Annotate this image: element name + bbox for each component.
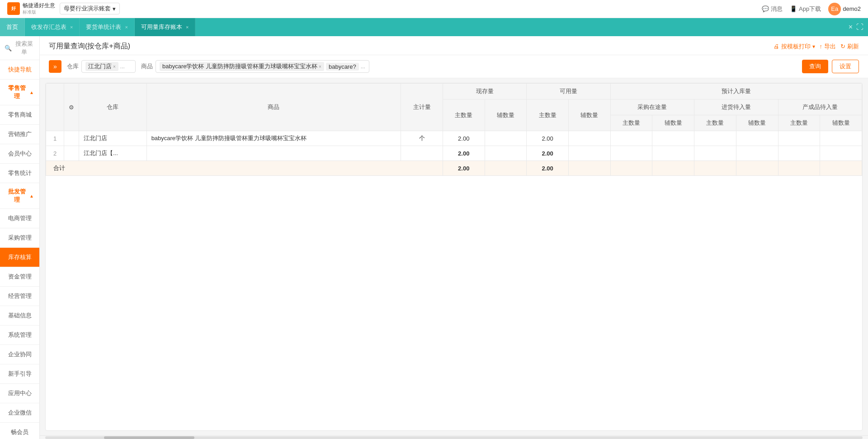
warehouse-tag-close[interactable]: × [113,64,116,69]
th-available-group: 可用量 [527,84,610,99]
th-product: 商品 [146,84,401,131]
th-row-num [46,84,64,131]
warehouse-filter-label: 仓库 [67,62,79,71]
sidebar-item-inventory[interactable]: 库存核算 [0,248,39,267]
sidebar-item-retail-stats[interactable]: 零售统计 [0,164,39,183]
refresh-label: 刷新 [847,42,859,51]
row-1-product: babycare学饮杯 儿童防摔防撞吸管杯重力球吸嘴杯宝宝水杯 [146,131,401,146]
th-product-pend-main: 主数量 [778,115,820,131]
ecommerce-label: 电商管理 [8,214,32,222]
sidebar-item-enterprise-wechat[interactable]: 企业微信 [0,403,39,423]
sidebar-item-wholesale-mgmt[interactable]: 批发管理 ▲ [0,183,39,209]
th-settings[interactable]: ⚙ [64,84,79,131]
th-purchase-pending: 进货待入量 [694,99,778,115]
chevron-up-icon2: ▲ [29,194,34,198]
page-title: 可用量查询(按仓库+商品) [49,42,130,51]
sidebar-item-finance[interactable]: 资金管理 [0,267,39,287]
sidebar-quick-nav[interactable]: 快捷导航 [0,60,39,80]
sidebar-search[interactable]: 🔍 搜索菜单 [0,36,39,60]
tab-home[interactable]: 首页 [0,18,25,36]
product-tag-1-close[interactable]: × [319,64,321,69]
row-2-stock-sub [485,146,527,161]
tab-order-stats-close[interactable]: × [125,24,127,30]
nav-tab-actions: × ⛶ [844,18,868,36]
sidebar-item-business[interactable]: 经营管理 [0,287,39,306]
sidebar-item-ecommerce[interactable]: 电商管理 [0,209,39,228]
sidebar-item-enterprise-collab[interactable]: 企业协同 [0,345,39,364]
warehouse-ellipsis[interactable]: ... [120,63,125,70]
footer-pur-pend-main [694,161,736,176]
tab-income-expense-close[interactable]: × [70,24,73,30]
tab-order-stats-label: 要货单统计表 [86,23,121,31]
app-download-btn[interactable]: 📱 App下载 [790,5,821,13]
quick-nav-label: 快捷导航 [8,66,32,74]
user-area[interactable]: Ea demo2 [828,3,861,15]
tab-spacer [195,18,844,36]
row-1-pur-in-main [610,131,652,146]
row-1-prod-pend-sub [820,131,862,146]
sidebar-item-purchase[interactable]: 采购管理 [0,228,39,248]
wholesale-mgmt-label: 批发管理 [5,188,28,204]
marketing-label: 营销推广 [8,130,32,138]
product-tag-2-text: babycare? [329,63,356,70]
sidebar-search-label: 搜索菜单 [14,40,35,56]
tab-order-stats[interactable]: 要货单统计表 × [80,18,134,36]
message-btn[interactable]: 💬 消息 [762,5,783,13]
sidebar-item-member-service[interactable]: 畅会员 [0,423,39,439]
row-1-warehouse: 江北门店 [79,131,147,146]
close-all-tabs-btn[interactable]: × [849,23,853,31]
print-label: 按模板打印 [781,42,811,51]
refresh-btn[interactable]: ↻ 刷新 [840,42,859,51]
sidebar-item-newbie[interactable]: 新手引导 [0,364,39,384]
sidebar-item-basic-info[interactable]: 基础信息 [0,306,39,326]
fullscreen-btn[interactable]: ⛶ [856,23,863,31]
warehouse-tag-text: 江北门店 [88,62,112,71]
product-filter-tags[interactable]: babycare学饮杯 儿童防摔防撞吸管杯重力球吸嘴杯宝宝水杯 × babyca… [156,60,369,73]
home-tab-label: 首页 [6,23,18,31]
th-purchase-in-sub: 辅数量 [652,115,694,131]
print-btn[interactable]: 🖨 按模板打印 ▾ [774,42,815,51]
tab-income-expense-label: 收发存汇总表 [31,23,66,31]
query-button[interactable]: 查询 [802,60,828,73]
print-arrow-icon: ▾ [812,43,815,50]
row-1-pur-in-sub [652,131,694,146]
product-tag-1-text: babycare学饮杯 儿童防摔防撞吸管杯重力球吸嘴杯宝宝水杯 [162,62,317,71]
page-header: 可用量查询(按仓库+商品) 🖨 按模板打印 ▾ ↑ 导出 ↻ 刷新 [40,36,868,55]
logo-area: 好 畅捷通好生意 标准版 [7,2,55,15]
export-btn[interactable]: ↑ 导出 [820,42,836,51]
retail-mgmt-label: 零售管理 [5,84,28,100]
th-warehouse: 仓库 [79,84,147,131]
sidebar-item-retail-mgmt[interactable]: 零售管理 ▲ [0,80,39,105]
business-label: 经营管理 [8,292,32,300]
industry-selector[interactable]: 母婴行业演示账套 ▾ [60,3,120,14]
sidebar-item-member[interactable]: 会员中心 [0,144,39,164]
product-ellipsis[interactable]: ... [361,63,365,70]
inventory-label: 库存核算 [8,253,32,261]
row-2-prod-pend-sub [820,146,862,161]
footer-avail-main: 2.00 [527,161,569,176]
tab-available-stock-close[interactable]: × [186,24,189,30]
search-icon: 🔍 [5,45,12,52]
filter-toggle-btn[interactable]: » [49,60,61,73]
scrollbar-track[interactable] [45,436,863,439]
sidebar-item-retail-mall[interactable]: 零售商城 [0,105,39,125]
page-actions: 🖨 按模板打印 ▾ ↑ 导出 ↻ 刷新 [774,42,859,51]
row-2-warehouse: 江北门店【... [79,146,147,161]
sidebar-item-system[interactable]: 系统管理 [0,326,39,345]
top-bar: 好 畅捷通好生意 标准版 母婴行业演示账套 ▾ 💬 消息 📱 App下载 Ea … [0,0,868,18]
scrollbar-thumb[interactable] [104,436,194,439]
sidebar-item-marketing[interactable]: 营销推广 [0,125,39,144]
tab-available-stock[interactable]: 可用量库存账本 × [135,18,195,36]
footer-pur-in-main [610,161,652,176]
setting-button[interactable]: 设置 [832,60,859,73]
product-filter-group: 商品 babycare学饮杯 儿童防摔防撞吸管杯重力球吸嘴杯宝宝水杯 × bab… [141,60,369,73]
row-2-pur-in-sub [652,146,694,161]
row-1-num: 1 [46,131,64,146]
th-product-pending: 产成品待入量 [778,99,862,115]
row-2-unit [401,146,443,161]
warehouse-filter-tags[interactable]: 江北门店 × ... [81,60,136,73]
tab-income-expense[interactable]: 收发存汇总表 × [25,18,80,36]
sidebar-item-app-center[interactable]: 应用中心 [0,384,39,403]
th-main-unit: 主计量 [401,84,443,131]
row-2-settings [64,146,79,161]
